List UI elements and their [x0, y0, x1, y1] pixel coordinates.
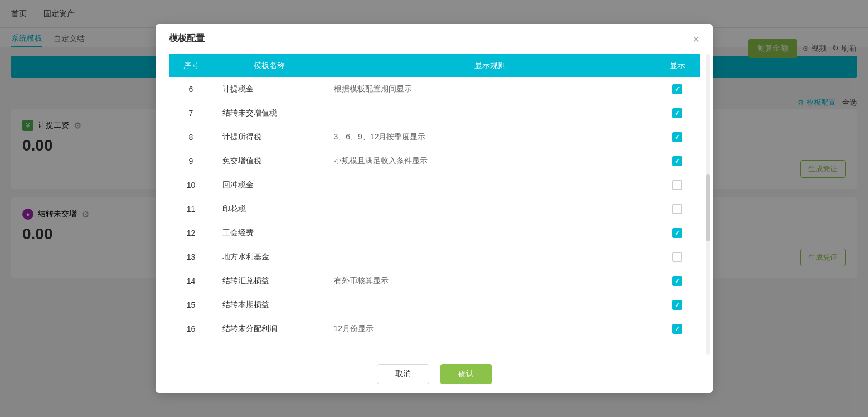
checkbox-row-16[interactable] — [672, 324, 682, 334]
cell-id: 11 — [169, 197, 214, 221]
confirm-button[interactable]: 确认 — [440, 364, 492, 384]
dialog-header: 模板配置 × — [156, 24, 713, 54]
checkbox-row-12[interactable] — [672, 228, 682, 238]
col-header-rule: 显示规则 — [325, 54, 655, 77]
table-row: 6计提税金根据模板配置期间显示 — [169, 77, 700, 101]
cell-id: 13 — [169, 245, 214, 269]
cell-name: 工会经费 — [214, 221, 325, 245]
scrollbar-thumb[interactable] — [706, 174, 710, 241]
cell-id: 10 — [169, 173, 214, 197]
checkbox-row-11[interactable] — [672, 204, 682, 214]
cell-checkbox — [655, 197, 700, 221]
table-row: 11印花税 — [169, 197, 700, 221]
cell-rule — [325, 197, 655, 221]
template-config-dialog: 模板配置 × 序号 模板名称 显示规则 显示 6计提税金根据模板配置期间显示7结… — [156, 24, 713, 393]
checkbox-row-7[interactable] — [672, 108, 682, 118]
cell-name: 回冲税金 — [214, 173, 325, 197]
table-row: 14结转汇兑损益有外币核算显示 — [169, 269, 700, 293]
cell-rule — [325, 173, 655, 197]
cell-name: 免交增值税 — [214, 149, 325, 173]
cell-checkbox — [655, 245, 700, 269]
cell-name: 结转未交增值税 — [214, 101, 325, 125]
cell-name: 地方水利基金 — [214, 245, 325, 269]
cell-rule — [325, 101, 655, 125]
cell-checkbox — [655, 149, 700, 173]
cell-id: 9 — [169, 149, 214, 173]
cell-id: 15 — [169, 293, 214, 317]
scrollbar-track — [706, 54, 710, 355]
col-header-id: 序号 — [169, 54, 214, 77]
checkbox-row-9[interactable] — [672, 156, 682, 166]
table-row: 9免交增值税小规模且满足收入条件显示 — [169, 149, 700, 173]
checkbox-row-13[interactable] — [672, 252, 682, 262]
cell-checkbox — [655, 293, 700, 317]
cell-checkbox — [655, 317, 700, 341]
cell-name: 结转未分配利润 — [214, 317, 325, 341]
table-row: 15结转本期损益 — [169, 293, 700, 317]
checkbox-row-6[interactable] — [672, 84, 682, 94]
cell-checkbox — [655, 269, 700, 293]
col-header-show: 显示 — [655, 54, 700, 77]
cell-id: 12 — [169, 221, 214, 245]
checkbox-row-10[interactable] — [672, 180, 682, 190]
table-row: 7结转未交增值税 — [169, 101, 700, 125]
cell-checkbox — [655, 125, 700, 149]
cell-rule — [325, 221, 655, 245]
dialog-close-button[interactable]: × — [693, 33, 700, 45]
cell-checkbox — [655, 173, 700, 197]
dialog-body: 序号 模板名称 显示规则 显示 6计提税金根据模板配置期间显示7结转未交增值税8… — [156, 54, 713, 355]
dialog-title: 模板配置 — [169, 33, 205, 45]
cell-id: 14 — [169, 269, 214, 293]
modal-overlay[interactable]: 模板配置 × 序号 模板名称 显示规则 显示 6计提税金根据模板配置期间显示7结… — [0, 0, 868, 417]
cell-rule — [325, 293, 655, 317]
cell-name: 结转汇兑损益 — [214, 269, 325, 293]
cell-id: 8 — [169, 125, 214, 149]
cell-rule — [325, 245, 655, 269]
checkbox-row-15[interactable] — [672, 300, 682, 310]
cell-name: 计提所得税 — [214, 125, 325, 149]
col-header-name: 模板名称 — [214, 54, 325, 77]
cell-id: 16 — [169, 317, 214, 341]
cell-name: 印花税 — [214, 197, 325, 221]
table-row: 13地方水利基金 — [169, 245, 700, 269]
cell-rule: 3、6、9、12月按季度显示 — [325, 125, 655, 149]
cancel-button[interactable]: 取消 — [377, 364, 429, 384]
table-row: 10回冲税金 — [169, 173, 700, 197]
cell-rule: 根据模板配置期间显示 — [325, 77, 655, 101]
table-row: 16结转未分配利润12月份显示 — [169, 317, 700, 341]
cell-checkbox — [655, 77, 700, 101]
cell-id: 6 — [169, 77, 214, 101]
cell-checkbox — [655, 101, 700, 125]
checkbox-row-14[interactable] — [672, 276, 682, 286]
table-row: 8计提所得税3、6、9、12月按季度显示 — [169, 125, 700, 149]
dialog-footer: 取消 确认 — [156, 355, 713, 393]
cell-name: 计提税金 — [214, 77, 325, 101]
config-table: 序号 模板名称 显示规则 显示 6计提税金根据模板配置期间显示7结转未交增值税8… — [169, 54, 700, 341]
cell-id: 7 — [169, 101, 214, 125]
cell-name: 结转本期损益 — [214, 293, 325, 317]
cell-rule: 有外币核算显示 — [325, 269, 655, 293]
checkbox-row-8[interactable] — [672, 132, 682, 142]
cell-rule: 12月份显示 — [325, 317, 655, 341]
cell-rule: 小规模且满足收入条件显示 — [325, 149, 655, 173]
cell-checkbox — [655, 221, 700, 245]
table-row: 12工会经费 — [169, 221, 700, 245]
